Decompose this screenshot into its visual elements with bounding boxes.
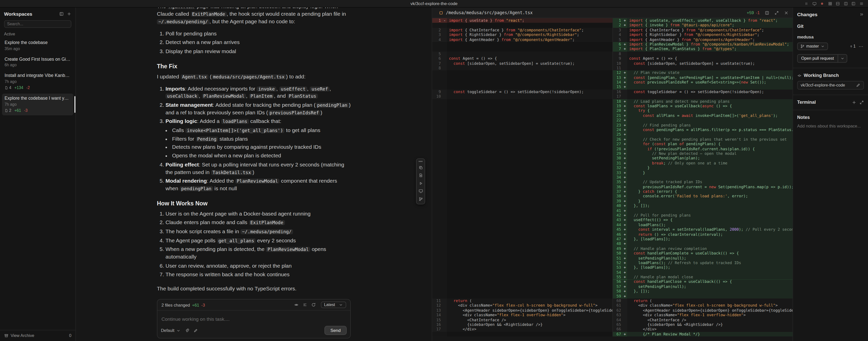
visibility-icon[interactable]	[294, 303, 299, 307]
diff-list-icon[interactable]	[303, 303, 307, 307]
inline-code: TaskDetail.tsx	[211, 170, 253, 175]
list-item: Calls invoke<PlanItem[]>('get_all_plans'…	[172, 126, 351, 134]
inline-code: previousPlanIdsRef	[268, 110, 320, 115]
working-branch-label: Working Branch	[804, 73, 839, 78]
titlebar-icons	[804, 2, 868, 6]
file-modified-icon	[439, 10, 443, 15]
list-item: The Agent page polls get_all_plans every…	[165, 237, 351, 244]
workspace-list[interactable]: Explore the codebase35m agoCreate Good F…	[0, 38, 75, 330]
play-icon[interactable]	[418, 181, 423, 185]
diff-row: 1017	[432, 94, 793, 99]
changes-summary-bar[interactable]: 2 files changed +61 -3 Latest	[157, 300, 350, 311]
edit-branch-icon[interactable]	[856, 83, 860, 88]
diff-row: 29+ // New plan detected — open the moda…	[432, 151, 793, 156]
workspace-item[interactable]: Install and integrate Vibe Kanban Web...…	[2, 71, 73, 93]
changes-title: Changes	[797, 12, 859, 17]
refresh-icon[interactable]	[311, 303, 316, 307]
send-button[interactable]: Send	[324, 326, 347, 335]
workspace-title: Explore the codebase I want you to ex...	[5, 96, 71, 101]
collapse-panel-icon[interactable]	[859, 12, 864, 17]
diff-file-path[interactable]: /medusa/medusa/src/pages/Agent.tsx	[446, 10, 533, 15]
columns-icon[interactable]	[843, 2, 848, 6]
diff-row: 53+ }, [loadPlans]);	[432, 266, 793, 270]
branch-icon[interactable]	[418, 196, 423, 201]
diff-row: 26+ // Check for new pending plans that …	[432, 137, 793, 142]
split-view-icon[interactable]	[765, 10, 769, 15]
workspace-item[interactable]: Create Good First Issues on Github So...…	[2, 54, 73, 70]
mode-dropdown[interactable]: Default	[161, 328, 180, 333]
diff-row: 58	[432, 51, 793, 56]
terminal-section-label: Terminal	[797, 100, 849, 105]
workspace-deletions: -2	[26, 86, 30, 90]
diff-row: 56+ const handlePlanClose = useCallback(…	[432, 280, 793, 284]
diff-viewer[interactable]: 1-import { useState } from "react";1+imp…	[432, 18, 793, 341]
list-item: State management: Added state for tracki…	[165, 101, 351, 116]
diff-panel: /medusa/medusa/src/pages/Agent.tsx +59 -…	[432, 8, 793, 341]
workspace-item[interactable]: Explore the codebase I want you to ex...…	[2, 94, 73, 115]
workspace-time: 35m ago	[5, 46, 71, 51]
ahead-count: 1	[853, 44, 856, 49]
copy-icon[interactable]	[418, 165, 423, 170]
diff-row: 31+ break; // Only open one at a time	[432, 161, 793, 165]
expand-terminal-icon[interactable]	[859, 100, 864, 104]
ordered-list: Imports: Added necessary imports for inv…	[157, 85, 351, 193]
diff-row: 19+ const loadPlans = useCallback(async …	[432, 104, 793, 108]
diff-row: 2import { ChatInterface } from "@/compon…	[432, 28, 793, 33]
new-terminal-icon[interactable]	[852, 100, 856, 104]
screen-icon[interactable]	[812, 2, 816, 6]
diff-row: 55+ // Handle plan modal close	[432, 275, 793, 280]
paperclip-icon[interactable]	[184, 328, 189, 333]
notes-placeholder[interactable]: Add notes about this workspace...	[797, 123, 864, 128]
chat-transcript[interactable]: npm run build 2>&1 | tail -80The build c…	[76, 8, 432, 299]
chevron-down-icon[interactable]	[840, 56, 844, 61]
open-pr-button[interactable]: Open pull request	[797, 54, 847, 63]
toggle-sidebar-icon[interactable]	[59, 12, 64, 16]
record-icon[interactable]	[820, 2, 824, 6]
diff-row: 2+import { invoke } from "@tauri-apps/ap…	[432, 23, 793, 28]
diff-row: 35+ // Update tracked plan IDs	[432, 180, 793, 185]
workspace-additions: +61	[14, 108, 21, 113]
diff-row: 41+	[432, 208, 793, 213]
view-archive-link[interactable]: View Archive	[11, 333, 34, 338]
list-item: Detect when a new plan arrives	[165, 39, 351, 46]
workspace-time: 6h ago	[5, 63, 71, 67]
rows-icon[interactable]	[836, 2, 840, 6]
diff-row: 3import { RightSidebar } from "@/compone…	[432, 32, 793, 37]
new-workspace-icon[interactable]	[67, 12, 71, 16]
menu-icon[interactable]	[859, 2, 863, 6]
diff-row: 28+ if (!previousPlanIdsRef.current.has(…	[432, 147, 793, 151]
diff-row: 43+ useEffect(() => {	[432, 218, 793, 223]
workspace-item[interactable]: Explore the codebase35m ago	[2, 38, 73, 53]
grid-icon[interactable]	[828, 2, 832, 6]
workspace-stats: 4+134-2	[5, 86, 71, 90]
sidebar-footer: View Archive 0	[0, 330, 75, 341]
list-item: Claude enters plan mode and calls ExitPl…	[165, 219, 351, 226]
monitor-icon[interactable]	[418, 189, 423, 193]
close-icon[interactable]	[784, 10, 788, 15]
stack-icon[interactable]	[418, 173, 423, 178]
pause-icon[interactable]	[804, 2, 809, 6]
version-dropdown-label: Latest	[324, 303, 335, 307]
branch-selector[interactable]: master	[797, 42, 828, 50]
drag-handle[interactable]	[418, 161, 423, 162]
commits-ahead: 1	[849, 44, 856, 49]
workspace-search[interactable]	[4, 20, 71, 28]
diff-row: 59+	[432, 294, 793, 299]
inline-code: ~/.medusa/pending/	[157, 19, 209, 24]
message-input[interactable]	[161, 316, 346, 322]
inline-code: useEffect	[279, 86, 307, 91]
more-options-icon[interactable]: ⋯	[859, 43, 864, 49]
floating-toolbar[interactable]	[416, 158, 425, 204]
version-dropdown[interactable]: Latest	[321, 302, 346, 308]
workspaces-sidebar: Workspaces Active Explore the codebase35…	[0, 8, 76, 341]
panel-left-icon[interactable]	[851, 2, 856, 6]
search-input[interactable]	[7, 22, 68, 26]
expand-icon[interactable]	[774, 10, 779, 15]
repo-name: medusa	[797, 34, 864, 39]
inline-code: Agent.tsx	[180, 74, 208, 80]
working-branch-field[interactable]: vk/3ccf-explore-the-code	[797, 81, 864, 90]
pen-icon[interactable]	[193, 328, 198, 333]
list-item: Detects new plans by comparing against p…	[172, 144, 351, 151]
branch-name: master	[806, 44, 819, 49]
inline-code: PlanReviewModal	[235, 179, 280, 184]
